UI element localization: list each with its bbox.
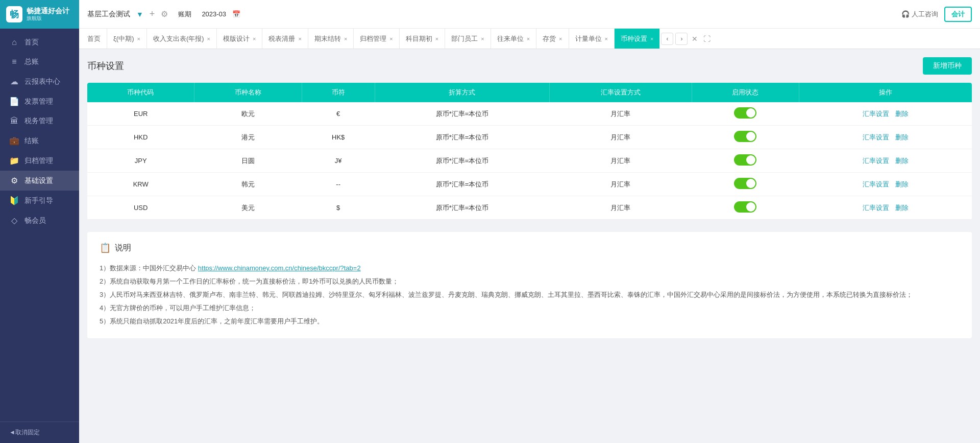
toggle-cell [692,126,799,149]
tab-close-icon[interactable]: × [207,36,210,42]
sidebar-item-guide[interactable]: 🔰新手引导 [0,191,79,211]
tab-stock[interactable]: 存货× [536,29,569,49]
sidebar-item-label: 总账 [24,57,39,66]
sidebar-item-member[interactable]: ◇畅会员 [0,211,79,230]
tab-close-icon[interactable]: × [253,36,256,42]
content-area: 币种设置 新增币种 币种代码币种名称币符折算方式汇率设置方式启用状态操作 EUR… [79,49,980,443]
member-icon: ◇ [9,216,19,225]
rate-setting-link[interactable]: 汇率设置 [863,180,889,188]
sidebar-item-home[interactable]: ⌂首页 [0,33,79,52]
sidebar-footer[interactable]: ◄取消固定 [0,422,79,443]
notice-item: 4）无官方牌价的币种，可以用户手工维护汇率信息； [100,301,960,315]
table-row: KRW韩元--原币*汇率=本位币月汇率汇率设置删除 [87,173,972,196]
table-row: JPY日圆J¥原币*汇率=本位币月汇率汇率设置删除 [87,149,972,173]
tab-prev-btn[interactable]: ‹ [661,33,673,45]
tab-unit[interactable]: 计量单位× [569,29,615,49]
sidebar-logo: 畅 畅捷通好会计 旗舰版 [0,0,79,29]
delete-link[interactable]: 删除 [895,110,909,118]
table-cell: 美元 [194,196,302,220]
table-row: HKD港元HK$原币*汇率=本位币月汇率汇率设置删除 [87,126,972,149]
sidebar-item-reports[interactable]: ☁云报表中心 [0,72,79,91]
sidebar: 畅 畅捷通好会计 旗舰版 ⌂首页≡总账☁云报表中心📄发票管理🏛税务管理💼结账📁归… [0,0,79,443]
archive-icon: 📁 [9,156,19,166]
tab-partner[interactable]: 往来单位× [491,29,536,49]
topbar-help-btn[interactable]: 🎧 人工咨询 [901,10,938,19]
tab-currency[interactable]: 币种设置× [615,29,660,49]
table-cell: 原币*汇率=本位币 [375,149,550,173]
tab-close-icon[interactable]: × [527,36,530,42]
sidebar-item-tax[interactable]: 🏛税务管理 [0,111,79,131]
sidebar-item-label: 结账 [24,136,39,146]
new-currency-button[interactable]: 新增币种 [923,57,972,75]
tab-department[interactable]: 部门员工× [445,29,491,49]
table-cell: 日圆 [194,149,302,173]
tab-close-icon[interactable]: × [559,36,562,42]
page-header: 币种设置 新增币种 [87,57,972,75]
notice-icon: 📋 [100,242,111,253]
delete-link[interactable]: 删除 [895,133,909,141]
tab-close-icon[interactable]: × [481,36,484,42]
table-cell: JPY [87,149,194,173]
sidebar-item-archive[interactable]: 📁归档管理 [0,151,79,171]
sidebar-item-label: 发票管理 [24,97,53,106]
tab-close-icon[interactable]: × [389,36,393,42]
tab-archive-mgmt[interactable]: 归档管理× [354,29,399,49]
enable-toggle[interactable] [734,178,756,189]
enable-toggle[interactable] [734,201,756,213]
delete-link[interactable]: 删除 [895,204,909,212]
notice-item: 2）系统自动获取每月第一个工作日的汇率标价，统一为直接标价法，即1外币可以兑换的… [100,275,960,288]
tab-template[interactable]: 模版设计× [217,29,262,49]
company-dropdown-icon[interactable]: ▼ [136,10,143,18]
tab-next-btn[interactable]: › [675,33,688,45]
tab-subject-init[interactable]: 科目期初× [400,29,445,49]
rate-setting-link[interactable]: 汇率设置 [863,157,889,165]
table-header: 币种代码 [87,83,194,102]
enable-toggle[interactable] [734,107,756,119]
notice-list: 1）数据来源：中国外汇交易中心 https://www.chinamoney.c… [100,262,960,328]
topbar-calendar-icon[interactable]: 📅 [232,10,240,18]
tab-close-icon[interactable]: × [605,36,608,42]
tab-close-icon[interactable]: × [435,36,438,42]
notice-link[interactable]: https://www.chinamoney.com.cn/chinese/bk… [198,264,361,272]
guide-icon: 🔰 [9,196,19,205]
tab-label: 首页 [87,34,101,43]
sidebar-item-invoices[interactable]: 📄发票管理 [0,91,79,111]
topbar-help-label: 人工咨询 [912,10,938,19]
table-header: 汇率设置方式 [550,83,692,102]
table-cell: 原币*汇率=本位币 [375,196,550,220]
table-cell: J¥ [302,149,375,173]
settings-icon: ⚙ [9,176,19,185]
tab-balance[interactable]: ξ(中期)× [107,29,147,49]
sidebar-item-settings[interactable]: ⚙基础设置 [0,171,79,191]
logo-text-block: 畅捷通好会计 旗舰版 [27,7,69,22]
tabbar: 首页ξ(中期)×收入支出表(年报)×模版设计×税表清册×期末结转×归档管理×科目… [79,29,980,49]
tab-label: 收入支出表(年报) [153,34,204,43]
tab-period-end[interactable]: 期末结转× [308,29,354,49]
tab-close-all-btn[interactable]: ✕ [689,33,701,45]
enable-toggle[interactable] [734,131,756,142]
sidebar-item-general-ledger[interactable]: ≡总账 [0,52,79,72]
table-cell: 原币*汇率=本位币 [375,102,550,126]
topbar-user-button[interactable]: 会计 [944,7,972,22]
topbar-add-icon[interactable]: + [150,9,155,19]
topbar-period-value: 2023-03 [202,10,226,18]
tab-close-icon[interactable]: × [344,36,347,42]
rate-setting-link[interactable]: 汇率设置 [863,204,889,212]
topbar-gear-icon[interactable]: ⚙ [161,9,168,19]
enable-toggle[interactable] [734,154,756,166]
rate-setting-link[interactable]: 汇率设置 [863,110,889,118]
delete-link[interactable]: 删除 [895,180,909,188]
tab-close-icon[interactable]: × [650,36,653,42]
delete-link[interactable]: 删除 [895,157,909,165]
tab-tax-clear[interactable]: 税表清册× [262,29,308,49]
tab-expand-btn[interactable]: ⛶ [701,33,713,45]
rate-setting-link[interactable]: 汇率设置 [863,133,889,141]
sidebar-item-checkout[interactable]: 💼结账 [0,131,79,151]
tab-home[interactable]: 首页 [81,29,107,49]
table-cell: 月汇率 [550,126,692,149]
tab-income-annual[interactable]: 收入支出表(年报)× [147,29,217,49]
table-cell: 原币*汇率=本位币 [375,173,550,196]
tab-close-icon[interactable]: × [137,36,140,42]
tab-label: 模版设计 [223,34,250,43]
tab-close-icon[interactable]: × [298,36,301,42]
